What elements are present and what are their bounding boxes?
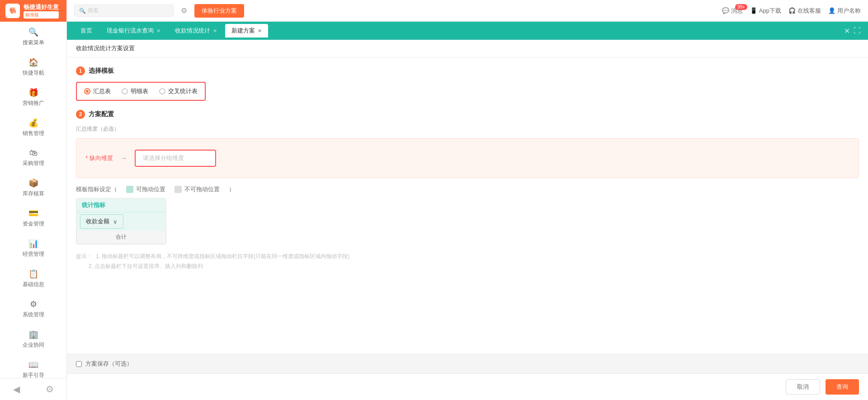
- indicator-section-header: 统计指标: [76, 198, 166, 212]
- tab-new-plan-label: 新建方案: [231, 27, 255, 35]
- avatar-icon: 👤: [828, 7, 835, 14]
- finance-icon: 💳: [28, 208, 38, 218]
- fixed-dot: [175, 186, 182, 193]
- sidebar-item-enterprise[interactable]: 🏢 企业协同: [0, 324, 66, 354]
- footer-area: 方案保存（可选）: [67, 354, 868, 373]
- sidebar-item-label: 经营管理: [23, 250, 44, 258]
- hint-text-2: 2. 点击标题栏下拉可设置排序、插入列和删除列: [89, 262, 203, 272]
- download-icon: 📱: [750, 7, 757, 14]
- radio-summary-circle: [84, 88, 90, 94]
- radio-cross[interactable]: 交叉统计表: [159, 87, 198, 95]
- step1-badge: 1: [76, 66, 85, 75]
- action-bar: 取消 查询: [67, 373, 868, 400]
- drag-fixed-indicator: 不可拖动位置: [175, 185, 220, 193]
- hint-text-1: 1. 拖动标题栏可以调整布局，不可跨维度或指标区域拖动栏目字段(只能在同一维度或…: [96, 252, 349, 262]
- movable-dot: [126, 186, 133, 193]
- sidebar-item-search-menu[interactable]: 🔍 搜索菜单: [0, 22, 66, 52]
- sidebar-logo: 畅 畅捷通好生意 标准版: [0, 0, 66, 22]
- template-options: 汇总表 明细表 交叉统计表: [76, 82, 206, 101]
- radio-summary[interactable]: 汇总表: [84, 87, 111, 95]
- query-button[interactable]: 查询: [826, 379, 859, 395]
- indicator-tag-label: 收款金额: [86, 217, 109, 226]
- gear-icon[interactable]: ⚙: [181, 6, 187, 15]
- indicator-setting-close: ）: [229, 185, 235, 193]
- main-content: 🔍 搜索 ⚙ 体验行业方案 💬 消息 99+ 📱 App下载 🎧 在线客服 👤 …: [67, 0, 868, 400]
- save-plan-checkbox[interactable]: [76, 361, 82, 367]
- sidebar-item-purchase[interactable]: 🛍 采购管理: [0, 143, 66, 173]
- sidebar-bottom: ◀ ⚙: [0, 378, 66, 400]
- sidebar-item-label: 销售管理: [23, 130, 44, 137]
- home-icon: 🏠: [28, 57, 38, 67]
- user-avatar[interactable]: 👤 用户名称: [828, 7, 861, 15]
- sidebar-settings-btn[interactable]: ⚙: [46, 384, 54, 395]
- search-placeholder: 搜索: [88, 7, 99, 14]
- sidebar-item-finance[interactable]: 💳 资金管理: [0, 203, 66, 233]
- operations-icon: 📊: [28, 239, 38, 249]
- radio-summary-label: 汇总表: [93, 87, 111, 95]
- tab-bank[interactable]: 现金银行流水查询 ✕: [100, 24, 167, 38]
- sidebar-item-sales[interactable]: 💰 销售管理: [0, 113, 66, 143]
- tab-bank-close[interactable]: ✕: [156, 28, 160, 34]
- tab-close-all-icon[interactable]: ✕: [844, 27, 850, 35]
- topbar: 🔍 搜索 ⚙ 体验行业方案 💬 消息 99+ 📱 App下载 🎧 在线客服 👤 …: [67, 0, 868, 22]
- inventory-icon: 📦: [28, 178, 38, 188]
- hint-row-2: 2. 点击标题栏下拉可设置排序、插入列和删除列: [76, 262, 859, 272]
- sidebar-item-guide[interactable]: 📖 新手引导: [0, 354, 66, 378]
- tab-collection-label: 收款情况统计: [175, 27, 210, 35]
- topbar-right: 💬 消息 99+ 📱 App下载 🎧 在线客服 👤 用户名称: [722, 7, 861, 15]
- radio-detail-label: 明细表: [131, 87, 148, 95]
- indicator-tag-row: 收款金额 ∨: [76, 212, 166, 231]
- tab-new-plan[interactable]: 新建方案 ✕: [225, 24, 268, 38]
- tab-collection-stats[interactable]: 收款情况统计 ✕: [169, 24, 223, 38]
- logo-text: 畅捷通好生意: [24, 3, 59, 11]
- save-plan-label: 方案保存（可选）: [85, 360, 132, 368]
- radio-detail[interactable]: 明细表: [122, 87, 148, 95]
- download-button[interactable]: 📱 App下载: [750, 7, 781, 15]
- sidebar-item-label: 基础信息: [23, 281, 44, 288]
- hint-prefix-1: 提示：: [76, 252, 92, 262]
- logo-badge: 标准版: [24, 11, 59, 19]
- dimension-config: 汇总维度（必选） * 纵向维度 → 请选择分组维度: [76, 125, 859, 178]
- message-button[interactable]: 💬 消息 99+: [722, 7, 743, 15]
- enterprise-icon: 🏢: [28, 329, 38, 339]
- tab-home[interactable]: 首页: [74, 24, 99, 38]
- drag-movable-indicator: 可拖动位置: [126, 185, 165, 193]
- sidebar-item-basics[interactable]: 📋 基础信息: [0, 264, 66, 294]
- tab-collection-close[interactable]: ✕: [213, 28, 217, 34]
- dimension-select[interactable]: 请选择分组维度: [135, 150, 216, 167]
- search-icon: 🔍: [79, 8, 86, 14]
- sidebar-item-label: 快捷导航: [23, 69, 44, 77]
- indicator-tag[interactable]: 收款金额 ∨: [80, 214, 123, 229]
- search-menu-icon: 🔍: [28, 27, 38, 37]
- sidebar-item-inventory[interactable]: 📦 库存核算: [0, 173, 66, 203]
- hint-row-1: 提示： 1. 拖动标题栏可以调整布局，不可跨维度或指标区域拖动栏目字段(只能在同…: [76, 252, 859, 262]
- step1-section: 1 选择模板 汇总表 明细表 交叉统计表: [76, 66, 859, 101]
- gift-icon: 🎁: [28, 88, 38, 98]
- service-label: 在线客服: [797, 7, 821, 15]
- user-name: 用户名称: [837, 7, 861, 15]
- save-plan-checkbox-label[interactable]: 方案保存（可选）: [76, 360, 859, 368]
- service-button[interactable]: 🎧 在线客服: [788, 7, 821, 15]
- dimension-area: * 纵向维度 → 请选择分组维度: [76, 138, 859, 178]
- sidebar-item-label: 系统管理: [23, 311, 44, 319]
- cancel-button[interactable]: 取消: [786, 379, 820, 395]
- sidebar-item-quick-nav[interactable]: 🏠 快捷导航: [0, 52, 66, 82]
- sidebar-item-marketing[interactable]: 🎁 营销推广: [0, 82, 66, 113]
- sidebar-item-system[interactable]: ⚙ 系统管理: [0, 294, 66, 324]
- sales-icon: 💰: [28, 118, 38, 128]
- download-label: App下载: [759, 7, 781, 15]
- step2-badge: 2: [76, 110, 85, 119]
- tab-new-plan-close[interactable]: ✕: [258, 28, 262, 34]
- topbar-search[interactable]: 🔍 搜索: [74, 5, 174, 17]
- basics-icon: 📋: [28, 269, 38, 279]
- radio-detail-circle: [122, 88, 128, 94]
- service-icon: 🎧: [788, 7, 796, 14]
- indicator-section: 模板指标设定（ 可拖动位置 不可拖动位置 ） 统计指标: [76, 185, 859, 245]
- sidebar-item-operations[interactable]: 📊 经营管理: [0, 233, 66, 264]
- tab-maximize-icon[interactable]: ⛶: [854, 27, 861, 35]
- indicator-dropdown-icon: ∨: [113, 218, 118, 225]
- dimension-row: * 纵向维度 → 请选择分组维度: [85, 150, 849, 167]
- trial-button[interactable]: 体验行业方案: [194, 4, 244, 18]
- sidebar-expand-btn[interactable]: ◀: [13, 384, 20, 395]
- tab-bank-label: 现金银行流水查询: [107, 27, 154, 35]
